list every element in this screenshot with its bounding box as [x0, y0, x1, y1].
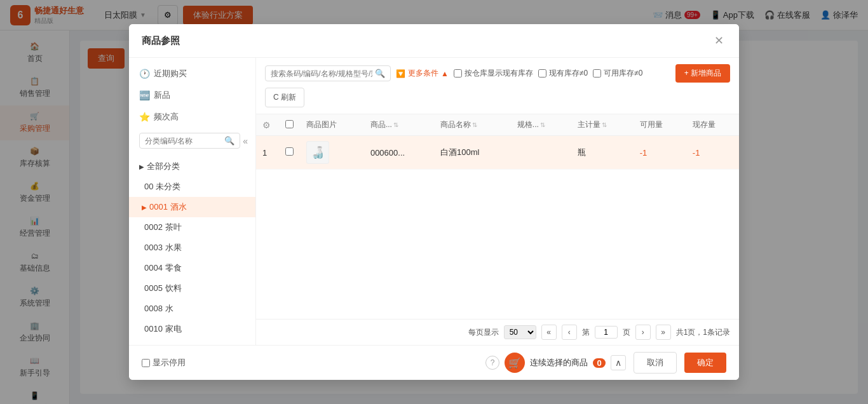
- td-image: 🍶: [300, 136, 364, 170]
- th-available: 可用量: [634, 114, 686, 136]
- sort-icon-unit: ⇅: [602, 121, 607, 128]
- pagination-area: 每页显示 20 50 100 « ‹ 第 页 ›: [256, 319, 739, 345]
- modal-close-button[interactable]: ✕: [711, 33, 726, 48]
- arrow-right-icon: ▶: [139, 163, 144, 170]
- modal-header: 商品参照 ✕: [129, 24, 739, 58]
- category-search-box[interactable]: 🔍: [139, 133, 240, 149]
- nonzero-avail-checkbox[interactable]: 可用库存≠0: [593, 68, 642, 79]
- td-checkbox[interactable]: [279, 136, 300, 170]
- page-label2: 页: [623, 327, 630, 338]
- nonzero-avail-input[interactable]: [593, 69, 601, 77]
- th-checkbox: [279, 114, 300, 136]
- category-all[interactable]: ▶ 全部分类: [129, 156, 255, 177]
- page-size-label: 每页显示: [468, 327, 499, 338]
- cart-count: 0: [593, 358, 606, 368]
- th-spec: 规格... ⇅: [511, 114, 571, 136]
- new-icon: 🆕: [139, 90, 150, 100]
- product-table-wrap: ⚙ 商品图片: [256, 114, 739, 319]
- td-spec: [511, 136, 571, 170]
- category-tea[interactable]: 0002 茶叶: [129, 217, 255, 238]
- table-header-row: ⚙ 商品图片: [256, 114, 739, 136]
- th-unit: 主计量 ⇅: [571, 114, 634, 136]
- td-unit: 瓶: [571, 136, 634, 170]
- category-search-icon[interactable]: 🔍: [224, 136, 234, 145]
- product-search-input[interactable]: [271, 69, 372, 78]
- clock-icon: 🕐: [139, 69, 150, 79]
- modal-overlay: 商品参照 ✕ 🕐 近期购买 🆕 新品: [0, 0, 868, 404]
- nonzero-stock-input[interactable]: [538, 69, 546, 77]
- last-page-button[interactable]: »: [656, 325, 671, 340]
- frequent-button[interactable]: ⭐ 频次高: [129, 106, 255, 128]
- filter-icon: 🔽: [396, 69, 405, 78]
- new-product-button[interactable]: 🆕 新品: [129, 84, 255, 106]
- show-warehouse-stock-checkbox[interactable]: 按仓库显示现有库存: [454, 68, 533, 79]
- sort-icon-name: ⇅: [472, 121, 477, 128]
- confirm-button[interactable]: 确定: [684, 353, 726, 373]
- cancel-button[interactable]: 取消: [634, 352, 677, 374]
- category-liquor[interactable]: ▶ 0001 酒水: [129, 197, 255, 217]
- product-search-icon[interactable]: 🔍: [375, 69, 385, 78]
- column-settings-icon[interactable]: ⚙: [262, 120, 271, 130]
- main-content-area: 查询 设置 刷新 商品参照 ✕ 🕐: [70, 30, 868, 404]
- category-uncategorized[interactable]: 00 未分类: [129, 177, 255, 197]
- category-list: ▶ 全部分类 00 未分类 ▶ 0001 酒水 0002 茶: [129, 154, 255, 342]
- th-stock: 现存量: [686, 114, 739, 136]
- refresh-button[interactable]: C 刷新: [265, 88, 304, 107]
- cart-area: ? 🛒 连续选择的商品 0 ∧: [485, 353, 626, 373]
- chevron-up-icon: ▲: [441, 69, 449, 78]
- th-settings: ⚙: [256, 114, 279, 136]
- modal-title: 商品参照: [142, 35, 180, 47]
- next-page-button[interactable]: ›: [635, 325, 651, 340]
- category-water[interactable]: 0008 水: [129, 299, 255, 319]
- category-snack[interactable]: 0004 零食: [129, 258, 255, 278]
- current-page-input[interactable]: [595, 326, 618, 339]
- category-beverage[interactable]: 0005 饮料: [129, 278, 255, 299]
- modal-right-panel: 🔍 🔽 更多条件 ▲ 按仓库显示现有库存: [256, 58, 739, 345]
- add-product-button[interactable]: + 新增商品: [675, 64, 730, 83]
- modal-footer: 显示停用 ? 🛒 连续选择的商品 0 ∧ 取消 确定: [129, 345, 739, 380]
- total-info: 共1页，1条记录: [676, 327, 730, 338]
- modal-body: 🕐 近期购买 🆕 新品 ⭐ 频次高: [129, 58, 739, 345]
- nonzero-stock-checkbox[interactable]: 现有库存≠0: [538, 68, 588, 79]
- first-page-button[interactable]: «: [541, 325, 557, 340]
- product-table: ⚙ 商品图片: [256, 114, 739, 170]
- table-row[interactable]: 1 🍶: [256, 136, 739, 170]
- cart-collapse-button[interactable]: ∧: [611, 355, 626, 370]
- modal-toolbar: 🔍 🔽 更多条件 ▲ 按仓库显示现有库存: [256, 58, 739, 114]
- collapse-left-button[interactable]: «: [240, 133, 250, 149]
- star-icon: ⭐: [139, 112, 150, 122]
- arrow-down-icon: ▶: [142, 204, 147, 211]
- select-all-checkbox[interactable]: [285, 120, 294, 128]
- help-icon[interactable]: ?: [485, 356, 499, 370]
- sort-icon: ⇅: [393, 121, 398, 128]
- th-image: 商品图片: [300, 114, 364, 136]
- prev-page-button[interactable]: ‹: [562, 325, 577, 340]
- th-code: 商品... ⇅: [364, 114, 434, 136]
- td-code: 000600...: [364, 136, 434, 170]
- recent-buy-button[interactable]: 🕐 近期购买: [129, 63, 255, 84]
- more-filter-button[interactable]: 🔽 更多条件 ▲: [396, 68, 449, 79]
- td-no: 1: [256, 136, 279, 170]
- td-stock: -1: [686, 136, 739, 170]
- product-thumbnail: 🍶: [306, 141, 329, 164]
- category-search-input[interactable]: [145, 137, 224, 145]
- show-disabled-checkbox[interactable]: 显示停用: [142, 357, 186, 368]
- show-disabled-input[interactable]: [142, 359, 150, 367]
- category-appliance[interactable]: 0010 家电: [129, 319, 255, 339]
- page-size-select[interactable]: 20 50 100: [504, 325, 536, 339]
- product-reference-modal: 商品参照 ✕ 🕐 近期购买 🆕 新品: [129, 24, 739, 380]
- show-warehouse-stock-input[interactable]: [454, 69, 462, 77]
- page-label: 第: [582, 327, 590, 338]
- row-checkbox[interactable]: [285, 147, 294, 156]
- sort-icon-spec: ⇅: [540, 121, 545, 128]
- modal-left-panel: 🕐 近期购买 🆕 新品 ⭐ 频次高: [129, 58, 256, 345]
- th-name: 商品名称 ⇅: [434, 114, 511, 136]
- cart-icon[interactable]: 🛒: [505, 353, 525, 373]
- category-fruit[interactable]: 0003 水果: [129, 238, 255, 258]
- td-available: -1: [634, 136, 686, 170]
- product-search-box[interactable]: 🔍: [265, 65, 391, 81]
- table-body: 1 🍶: [256, 136, 739, 170]
- main-layout: 🏠 首页 📋 销售管理 🛒 采购管理 📦 库存核算 💰 资金管理 📊 经营管理 …: [0, 30, 868, 404]
- td-name: 白酒100ml: [434, 136, 511, 170]
- cart-label: 连续选择的商品: [530, 357, 588, 368]
